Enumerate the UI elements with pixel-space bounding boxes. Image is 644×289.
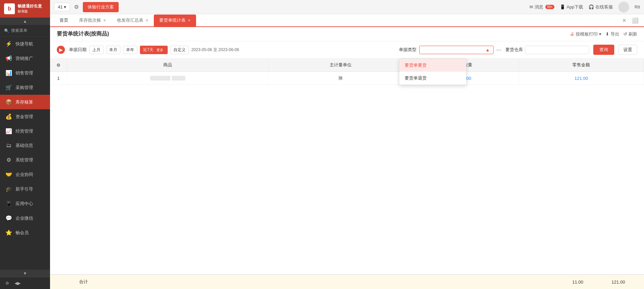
date-custom-btn[interactable]: 自定义: [170, 46, 189, 54]
doc-type-select[interactable]: ▲: [419, 46, 494, 54]
print-button[interactable]: 🖨 按模板打印 ▾: [570, 31, 601, 37]
sidebar-scroll-up[interactable]: ▲: [0, 18, 50, 25]
messages-label: 消息: [534, 4, 543, 10]
doc-type-input[interactable]: [423, 47, 483, 52]
app-title-block: 畅捷通好生意 标准版: [18, 4, 42, 14]
table-body: 1 块 11.00 121.00: [50, 72, 644, 85]
col-settings[interactable]: ⚙: [50, 59, 67, 72]
app-center-icon: 📱: [5, 200, 12, 207]
tab-requisition-stats[interactable]: 要货单统计表 ✕: [154, 15, 196, 27]
sidebar-item-member[interactable]: ⭐ 畅会员: [0, 225, 50, 240]
app-download-button[interactable]: 📱 App下载: [560, 4, 583, 10]
messages-button[interactable]: ✉ 消息 99+: [529, 4, 554, 10]
search-icon: 🔍: [4, 28, 9, 33]
sidebar-item-label: 快捷导航: [16, 41, 33, 47]
wechat-icon: 💬: [5, 215, 12, 221]
date-last-7days-btn[interactable]: 近7天 更多: [140, 46, 168, 54]
tab-bar-end: ✕ ⬜: [621, 17, 640, 24]
sidebar-item-basic-info[interactable]: 🗂 基础信息: [0, 138, 50, 153]
total-label: 合计: [79, 279, 88, 285]
date-this-year-btn[interactable]: 本年: [123, 46, 137, 54]
tab-inventory-batch-close[interactable]: ✕: [103, 18, 106, 23]
tab-home[interactable]: 首页: [54, 15, 74, 27]
date-last-month-btn[interactable]: 上月: [89, 46, 103, 54]
sidebar-item-label: 资金管理: [16, 114, 33, 120]
export-button[interactable]: ⬇ 导出: [605, 31, 619, 37]
product-placeholder-2: [172, 76, 185, 81]
sidebar-search-label: 搜索菜单: [11, 28, 27, 34]
tab-inventory-batch[interactable]: 库存批次账 ✕: [74, 15, 112, 27]
top-bar-right: ✉ 消息 99+ 📱 App下载 🎧 在线客服 Rit: [529, 2, 640, 13]
sidebar-item-quick-nav[interactable]: ⚡ 快捷导航: [0, 37, 50, 51]
trial-button[interactable]: 体验行业方案: [83, 2, 119, 12]
tab-delivery-summary-close[interactable]: ✕: [145, 18, 148, 23]
total-retail: 121.00: [598, 280, 639, 285]
window-expand-button[interactable]: ⬜: [630, 17, 640, 24]
expand-button[interactable]: ▶: [57, 46, 65, 54]
sidebar-nav: ⚡ 快捷导航 📢 营销推广 📊 销售管理 🛒 采购管理 📦 库存核算 💰 资金管…: [0, 37, 50, 270]
print-chevron-icon: ▾: [599, 31, 601, 37]
tab-requisition-stats-label: 要货单统计表: [159, 17, 186, 23]
window-close-button[interactable]: ✕: [621, 17, 628, 24]
tab-delivery-summary-label: 收发存汇总表: [117, 17, 143, 23]
quick-nav-icon: ⚡: [5, 41, 12, 47]
tab-requisition-stats-close[interactable]: ✕: [188, 18, 191, 23]
app-title: 畅捷通好生意: [18, 4, 42, 9]
total-quantity: 11.00: [557, 280, 598, 285]
sidebar-item-wechat[interactable]: 💬 企业微信: [0, 211, 50, 225]
online-service-label: 在线客服: [595, 4, 613, 10]
warehouse-input[interactable]: [529, 47, 586, 52]
query-button[interactable]: 查询: [593, 45, 614, 55]
sidebar-item-system[interactable]: ⚙ 系统管理: [0, 153, 50, 167]
total-row: 合计 11.00 121.00: [50, 274, 644, 289]
sidebar-item-inventory[interactable]: 📦 库存核算: [0, 95, 50, 109]
sidebar-item-guide[interactable]: 🎓 新手引导: [0, 182, 50, 196]
sidebar-item-enterprise[interactable]: 🤝 企业协同: [0, 167, 50, 182]
app-logo: b: [4, 3, 15, 14]
sidebar-item-label: 新手引导: [16, 186, 33, 192]
purchase-icon: 🛒: [5, 84, 12, 91]
set-button[interactable]: 设置: [618, 45, 637, 55]
online-service-button[interactable]: 🎧 在线客服: [589, 4, 613, 10]
sidebar-item-operations[interactable]: 📈 经营管理: [0, 124, 50, 138]
dropdown-option-requisition-order[interactable]: 要货单要货: [399, 59, 466, 72]
settings-icon[interactable]: ⚙: [73, 2, 80, 12]
sidebar-item-label: 应用中心: [16, 201, 33, 207]
sales-icon: 📊: [5, 70, 12, 76]
warehouse-filter-group: 要货仓库: [505, 46, 589, 54]
warehouse-select[interactable]: [525, 46, 589, 54]
marketing-icon: 📢: [5, 55, 12, 62]
sidebar-item-finance[interactable]: 💰 资金管理: [0, 109, 50, 124]
sidebar-item-label: 采购管理: [16, 85, 33, 91]
sidebar-search[interactable]: 🔍 搜索菜单: [0, 25, 50, 37]
sidebar-item-app-center[interactable]: 📱 应用中心: [0, 196, 50, 211]
doc-type-chevron-icon[interactable]: ▲: [485, 47, 490, 52]
workspace-value: 41: [58, 4, 63, 9]
col-unit: 主计量单位: [268, 59, 413, 72]
tab-delivery-summary[interactable]: 收发存汇总表 ✕: [112, 15, 154, 27]
settings-icon[interactable]: ⚙: [5, 281, 9, 286]
dropdown-option-requisition-return[interactable]: 要货单退货: [399, 72, 466, 85]
workspace-selector[interactable]: 41 ▾: [54, 3, 70, 11]
member-icon: ⭐: [5, 229, 12, 236]
user-avatar[interactable]: [618, 2, 629, 13]
sidebar-item-sales[interactable]: 📊 销售管理: [0, 66, 50, 80]
doc-type-label: 单据类型: [399, 47, 416, 53]
sidebar-toggle-icon[interactable]: ◀▶: [15, 281, 21, 286]
sidebar-item-purchase[interactable]: 🛒 采购管理: [0, 80, 50, 95]
filter-more-button[interactable]: ···: [496, 46, 501, 53]
sidebar-item-marketing[interactable]: 📢 营销推广: [0, 51, 50, 66]
sidebar-item-label: 销售管理: [16, 70, 33, 76]
product-placeholder: [150, 76, 170, 81]
export-icon: ⬇: [605, 31, 609, 37]
sidebar-scroll-down[interactable]: ▼: [0, 270, 50, 277]
more-badge: 更多: [155, 48, 165, 52]
date-this-month-btn[interactable]: 本月: [106, 46, 120, 54]
chevron-down-icon: ▾: [64, 4, 66, 9]
doc-type-filter-group: 单据类型 ▲ ··· 要货单要货 要货单退货: [399, 46, 501, 54]
enterprise-icon: 🤝: [5, 171, 12, 178]
refresh-icon: ↺: [623, 31, 627, 37]
refresh-button[interactable]: ↺ 刷新: [623, 31, 637, 37]
sidebar-item-label: 库存核算: [16, 99, 33, 105]
system-icon: ⚙: [5, 157, 12, 163]
